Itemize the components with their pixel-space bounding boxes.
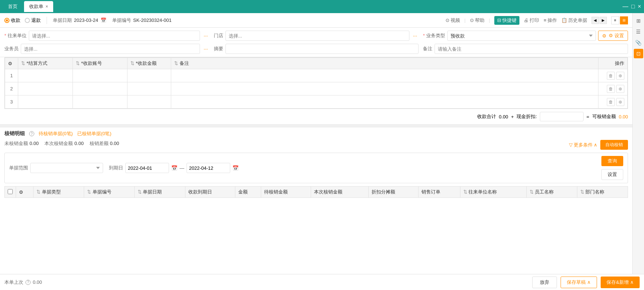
copy-icon-1[interactable]: ⊕	[616, 72, 624, 80]
card-view-btn[interactable]: ⊞	[620, 16, 628, 24]
table-settings-icon: ⚙	[8, 61, 12, 66]
copy-icon-2[interactable]: ⊕	[616, 85, 624, 93]
summary-input[interactable]	[225, 44, 419, 54]
cell-amount-1[interactable]	[127, 69, 171, 82]
remark-input[interactable]	[435, 44, 628, 54]
col-account: ⇅ *收款账号	[73, 58, 127, 69]
print-icon: 🖨	[524, 17, 529, 23]
shop-input[interactable]	[225, 31, 409, 41]
table-row: 3 🗑 ⊕	[5, 95, 628, 109]
shortcut-btn[interactable]: ⊟ 快捷键	[494, 16, 519, 25]
total-value: 0.00	[499, 114, 508, 119]
cell-op-2: 🗑 ⊕	[598, 82, 628, 95]
draft-button[interactable]: 保存草稿 ∧	[561, 277, 597, 288]
settings-button[interactable]: ⚙ ⚙ 设置	[598, 31, 628, 41]
range-select[interactable]	[30, 163, 103, 173]
tab-home[interactable]: 首页	[3, 1, 23, 12]
done-tab[interactable]: 已核销单据(0笔)	[77, 130, 111, 137]
row-num-1: 1	[5, 69, 18, 82]
list-view-btn[interactable]: ≡	[611, 16, 619, 24]
window-close[interactable]: ×	[638, 3, 641, 10]
auto-cancel-btn[interactable]: 自动核销	[600, 140, 628, 150]
cell-op-1: 🗑 ⊕	[598, 69, 628, 82]
col-gear[interactable]: ⚙	[16, 187, 34, 198]
help-btn[interactable]: ⊙ 帮助	[470, 17, 484, 24]
cell-settlement-1[interactable]	[18, 69, 73, 82]
staff-label: 业务员	[4, 46, 19, 52]
pending-tab[interactable]: 待核销单据(0笔)	[39, 130, 73, 137]
cell-settlement-2[interactable]	[18, 82, 73, 95]
history-icon: 📋	[561, 17, 567, 23]
radio-receipt[interactable]: 收款	[4, 17, 20, 24]
cell-remark-1[interactable]	[171, 69, 598, 82]
calendar-icon[interactable]: 📅	[101, 17, 106, 23]
gear-icon: ⚙	[602, 33, 606, 39]
copy-icon-3[interactable]: ⊕	[616, 98, 624, 106]
staff-input[interactable]	[21, 44, 200, 54]
table-row: 2 🗑 ⊕	[5, 82, 628, 95]
cell-settlement-3[interactable]	[18, 95, 73, 109]
draft-arrow-icon: ∧	[587, 279, 591, 285]
tab-active[interactable]: 收款单 ×	[24, 1, 53, 12]
query-settings-button[interactable]: 设置	[601, 169, 623, 180]
query-form: 单据范围 到期日 📅 — 📅 查询	[4, 153, 628, 183]
radio-refund[interactable]: 退款	[25, 17, 41, 24]
cell-remark-2[interactable]	[171, 82, 598, 95]
staff-more-btn[interactable]: ···	[202, 46, 209, 52]
window-maximize[interactable]: □	[631, 3, 635, 10]
counterpart-input[interactable]	[29, 31, 200, 41]
shop-more-btn[interactable]: ···	[412, 33, 419, 39]
remark-label: 备注	[423, 46, 432, 52]
query-button[interactable]: 查询	[601, 156, 623, 166]
receipt-table: ⚙ ⇅ *结算方式 ⇅ *收款账号 ⇅ *收款金额	[5, 58, 628, 109]
sidebar-expand-icon[interactable]: ⊡	[634, 49, 643, 58]
history-btn[interactable]: 📋 历史单据	[561, 17, 587, 24]
number-value: SK-20230324-001	[133, 17, 172, 23]
verify-info-icon[interactable]: ?	[29, 131, 34, 136]
date-from-input[interactable]	[125, 163, 169, 173]
print-btn[interactable]: 🖨 打印	[524, 17, 539, 24]
col-counterpart: ⇅ 往来单位名称	[460, 187, 526, 198]
discount-input[interactable]	[540, 112, 584, 121]
uncancelled-label: 未核销金额	[4, 140, 28, 147]
cal-to-icon[interactable]: 📅	[232, 165, 239, 171]
cell-account-2[interactable]	[73, 82, 127, 95]
sidebar-attach-icon[interactable]: 📎	[634, 38, 643, 47]
save-new-button[interactable]: 保存&新增 ∧	[601, 277, 640, 288]
cell-op-3: 🗑 ⊕	[598, 95, 628, 109]
business-type-label: 业务类型	[423, 32, 445, 39]
sidebar-table-icon[interactable]: ⊞	[634, 16, 643, 26]
delete-icon-1[interactable]: 🗑	[607, 72, 615, 80]
sort-icon-dept: ⇅	[580, 189, 584, 195]
number-label: 单据编号	[112, 17, 131, 24]
select-all-checkbox[interactable]	[8, 189, 13, 194]
cell-remark-3[interactable]	[171, 95, 598, 109]
table-settings-col[interactable]: ⚙	[5, 58, 18, 69]
bottom-data-table: ⚙ ⇅ 单据类型 ⇅ 单据编号 ⇅	[4, 186, 628, 198]
video-btn[interactable]: ⊙ 视频	[445, 17, 460, 24]
nav-next[interactable]: ▶	[600, 17, 607, 24]
date-to-input[interactable]	[186, 163, 230, 173]
footer-info-icon[interactable]: ?	[25, 280, 31, 285]
range-label: 单据范围	[9, 165, 28, 171]
cell-account-1[interactable]	[73, 69, 127, 82]
abandon-button[interactable]: 放弃	[532, 277, 557, 288]
delete-icon-2[interactable]: 🗑	[607, 85, 615, 93]
operations-btn[interactable]: ≡ 操作	[543, 17, 557, 24]
sidebar-list-icon[interactable]: ☰	[634, 27, 643, 36]
business-type-select[interactable]: 预收款	[447, 31, 596, 41]
tab-close-icon[interactable]: ×	[46, 4, 48, 9]
cal-from-icon[interactable]: 📅	[171, 165, 177, 171]
more-conditions-btn[interactable]: ▽ 更多条件 ∧	[569, 142, 597, 148]
toolbar-right: ⊙ 视频 | ⊙ 帮助 | ⊟ 快捷键 🖨 打印 ≡	[445, 16, 628, 25]
window-minimize[interactable]: —	[623, 3, 628, 10]
counterpart-more-btn[interactable]: ···	[202, 33, 209, 39]
cell-amount-2[interactable]	[127, 82, 171, 95]
select-all-col[interactable]	[5, 187, 16, 198]
cell-account-3[interactable]	[73, 95, 127, 109]
col-dept: ⇅ 部门名称	[577, 187, 628, 198]
cell-amount-3[interactable]	[127, 95, 171, 109]
nav-prev[interactable]: ◀	[592, 17, 599, 24]
delete-icon-3[interactable]: 🗑	[607, 98, 615, 106]
verify-stats: 未核销金额 0.00 本次核销金额 0.00 核销差额 0.00	[4, 140, 119, 147]
